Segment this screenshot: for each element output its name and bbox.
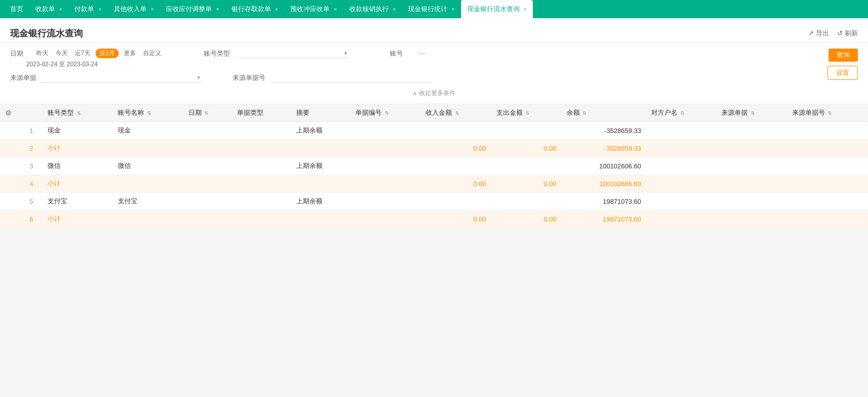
date-range-display: 2023-02-24 至 2023-03-24 (26, 61, 98, 68)
cell-expense: 0.00 (491, 175, 562, 193)
nav-item-prepay-offset[interactable]: 预收冲应收单 × (284, 0, 343, 18)
cell-expense: 0.00 (491, 140, 562, 157)
cell-source-doc-no (787, 210, 868, 228)
cell-row-num: 6 (20, 210, 42, 228)
col-doc-no[interactable]: 单据编号 ⇅ (350, 104, 421, 122)
cell-row-num: 5 (20, 193, 42, 210)
cell-doc-no (350, 157, 421, 175)
nav-item-payment[interactable]: 付款单 × (68, 0, 107, 18)
query-button[interactable]: 查询 (829, 49, 858, 62)
cell-doc-no (350, 122, 421, 140)
nav-item-other-income[interactable]: 其他收入单 × (108, 0, 160, 18)
cell-expense (491, 157, 562, 175)
nav-item-bank-deposit[interactable]: 银行存取款单 × (225, 0, 284, 18)
nav-item-ar-ap-adjust[interactable]: 应收应付调整单 × (160, 0, 225, 18)
nav-item-cash-bank-flow[interactable]: 现金银行流水查询 × (461, 0, 533, 18)
date-btn-7days[interactable]: 近7天 (73, 49, 93, 58)
refresh-button[interactable]: ↺ 刷新 (837, 29, 858, 38)
account-type-select[interactable]: ▾ (238, 49, 349, 58)
col-source-doc[interactable]: 来源单据 ⇅ (716, 104, 787, 122)
cell-row-num: 4 (20, 175, 42, 193)
col-settings[interactable]: ⚙ (0, 104, 20, 122)
cell-source-doc (716, 175, 787, 193)
cell-summary: 上期余额 (291, 122, 350, 140)
cell-doc-type (232, 122, 291, 140)
cell-income (421, 157, 491, 175)
cell-date (184, 175, 233, 193)
cell-source-doc (716, 210, 787, 228)
cell-settings (0, 193, 20, 210)
col-balance[interactable]: 余额 ⇅ (562, 104, 647, 122)
cell-account-name: 现金 (113, 122, 183, 140)
table-row[interactable]: 6 小计 0.00 0.00 19871073.60 (0, 210, 868, 228)
table-row[interactable]: 2 小计 0.00 0.00 -3528659.33 (0, 140, 868, 157)
sort-icon: ⇅ (147, 110, 151, 116)
data-table: ⚙ 账号类型 ⇅ 账号名称 ⇅ 日期 ⇅ 单据类型 摘要 单据编号 ⇅ 收入金额… (0, 104, 868, 228)
collapse-label: 收起更多条件 (419, 89, 455, 98)
date-btn-yesterday[interactable]: 昨天 (34, 49, 51, 58)
close-icon[interactable]: × (59, 0, 62, 18)
date-btn-more[interactable]: 更多 (122, 49, 138, 58)
table-row[interactable]: 4 小计 0.00 0.00 100102606.60 (0, 175, 868, 193)
source-doc-no-label: 来源单据号 (233, 73, 265, 82)
sort-icon: ⇅ (385, 110, 389, 116)
col-counterparty[interactable]: 对方户名 ⇅ (646, 104, 716, 122)
source-doc-select[interactable]: ▾ (40, 73, 202, 82)
account-dots-button[interactable]: ··· (414, 49, 429, 58)
settings-button[interactable]: 设置 (828, 66, 858, 80)
close-icon[interactable]: × (98, 0, 101, 18)
sort-icon: ⇅ (751, 110, 755, 116)
nav-item-cash-bank-stat[interactable]: 现金银行统计 × (402, 0, 461, 18)
col-date[interactable]: 日期 ⇅ (184, 104, 233, 122)
collapse-bar[interactable]: ∧ 收起更多条件 (10, 87, 858, 98)
cell-account-name: 微信 (113, 157, 183, 175)
col-expense[interactable]: 支出金额 ⇅ (491, 104, 562, 122)
cell-balance: 19871073.60 (562, 193, 647, 210)
sort-icon: ⇅ (582, 110, 586, 116)
cell-doc-no (350, 210, 421, 228)
close-icon[interactable]: × (334, 0, 337, 18)
nav-item-receipt-verify[interactable]: 收款核销执行 × (343, 0, 402, 18)
sort-icon: ⇅ (77, 110, 81, 116)
col-income[interactable]: 收入金额 ⇅ (421, 104, 491, 122)
close-icon[interactable]: × (393, 0, 396, 18)
table-row[interactable]: 5 支付宝 支付宝 上期余额 19871073.60 (0, 193, 868, 210)
cell-account-type: 支付宝 (42, 193, 113, 210)
cell-source-doc-no (787, 193, 868, 210)
cell-income: 0.00 (421, 140, 491, 157)
col-source-doc-no[interactable]: 来源单据号 ⇅ (787, 104, 868, 122)
close-icon[interactable]: × (451, 0, 454, 18)
cell-account-type: 现金 (42, 122, 113, 140)
nav-item-home[interactable]: 首页 (4, 0, 29, 18)
page-header: 现金银行流水查询 ↗ 导出 ↺ 刷新 (0, 18, 868, 42)
table-row[interactable]: 1 现金 现金 上期余额 -3528659.33 (0, 122, 868, 140)
date-btn-custom[interactable]: 自定义 (141, 49, 163, 58)
close-icon[interactable]: × (275, 0, 278, 18)
page-title: 现金银行流水查询 (10, 27, 83, 39)
col-account-name[interactable]: 账号名称 ⇅ (113, 104, 183, 122)
refresh-icon: ↺ (837, 29, 843, 37)
col-row-num (20, 104, 42, 122)
cell-settings (0, 175, 20, 193)
chevron-down-icon: ▾ (344, 50, 347, 57)
sort-icon: ⇅ (204, 110, 208, 116)
close-icon[interactable]: × (216, 0, 219, 18)
cell-doc-no (350, 193, 421, 210)
cell-source-doc-no (787, 175, 868, 193)
close-icon[interactable]: × (151, 0, 154, 18)
table-row[interactable]: 3 微信 微信 上期余额 100102606.60 (0, 157, 868, 175)
cell-expense (491, 122, 562, 140)
cell-summary (291, 140, 350, 157)
date-btn-1month[interactable]: 近1月 (96, 49, 119, 58)
cell-date (184, 122, 233, 140)
date-btn-today[interactable]: 今天 (54, 49, 70, 58)
source-doc-no-input[interactable] (269, 73, 431, 83)
close-icon[interactable]: × (524, 0, 527, 18)
col-account-type[interactable]: 账号类型 ⇅ (42, 104, 113, 122)
nav-item-receipt[interactable]: 收款单 × (29, 0, 68, 18)
cell-doc-type (232, 140, 291, 157)
export-button[interactable]: ↗ 导出 (808, 29, 829, 38)
cell-balance: 100102606.60 (562, 157, 647, 175)
gear-icon[interactable]: ⚙ (5, 109, 12, 117)
cell-doc-type (232, 193, 291, 210)
